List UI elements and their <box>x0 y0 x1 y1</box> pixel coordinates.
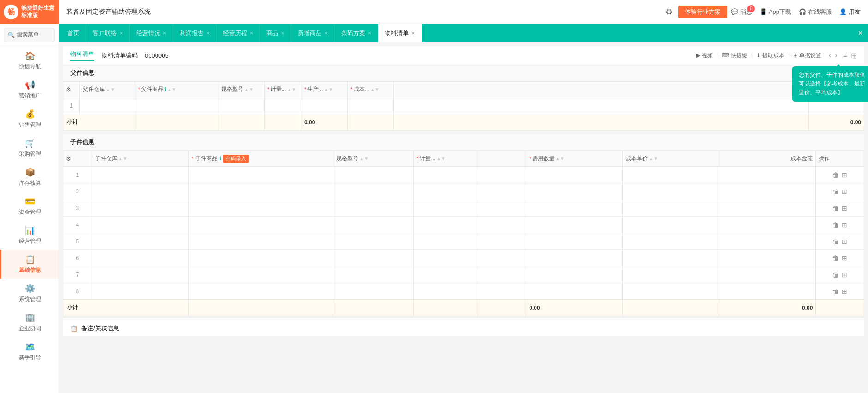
child-qty-cell[interactable] <box>526 200 623 217</box>
child-unit-cell[interactable] <box>414 183 478 200</box>
child-qty-cell[interactable] <box>526 233 623 250</box>
sidebar-item-marketing[interactable]: 📢 营销推广 <box>0 75 59 104</box>
delete-icon[interactable]: 🗑 <box>832 271 839 278</box>
child-warehouse-cell[interactable] <box>92 250 188 266</box>
child-warehouse-cell[interactable] <box>92 183 188 200</box>
child-product-cell[interactable] <box>188 183 333 200</box>
toolbar-grid-icon[interactable]: ≡ <box>843 51 847 60</box>
delete-icon[interactable]: 🗑 <box>832 238 839 245</box>
child-qty-cell[interactable] <box>526 217 623 233</box>
trial-button[interactable]: 体验行业方案 <box>678 6 727 18</box>
child-product-cell[interactable] <box>188 167 333 183</box>
delete-icon[interactable]: 🗑 <box>832 221 839 229</box>
child-unit-cell[interactable] <box>414 167 478 183</box>
tab-operation-history[interactable]: 经营历程 × <box>217 24 260 42</box>
copy-icon[interactable]: ⊞ <box>842 188 847 195</box>
copy-icon[interactable]: ⊞ <box>842 221 847 229</box>
tab-close-profit-report[interactable]: × <box>206 30 210 36</box>
sidebar-item-quick-nav[interactable]: 🏠 快捷导航 <box>0 46 59 75</box>
child-unit-cell[interactable] <box>414 283 478 300</box>
toolbar-nav-next[interactable]: › <box>835 51 837 60</box>
delete-icon[interactable]: 🗑 <box>832 188 839 195</box>
child-product-cell[interactable] <box>188 233 333 250</box>
copy-icon[interactable]: ⊞ <box>842 271 847 278</box>
child-unit-cost-cell[interactable] <box>623 250 719 266</box>
sidebar-item-purchase[interactable]: 🛒 采购管理 <box>0 133 59 163</box>
child-unit-cell[interactable] <box>414 217 478 233</box>
tab-close-add-goods[interactable]: × <box>325 30 328 36</box>
child-unit-cell[interactable] <box>414 250 478 266</box>
tab-profit-report[interactable]: 利润报告 × <box>173 24 217 42</box>
child-warehouse-cell[interactable] <box>92 283 188 300</box>
child-qty-cell[interactable] <box>526 167 623 183</box>
parent-col-settings[interactable]: ⚙ <box>63 82 80 97</box>
delete-icon[interactable]: 🗑 <box>832 288 839 295</box>
child-product-cell[interactable] <box>188 266 333 283</box>
child-unit-cost-cell[interactable] <box>623 283 719 300</box>
copy-icon[interactable]: ⊞ <box>842 254 847 262</box>
child-product-cell[interactable] <box>188 283 333 300</box>
child-col-settings[interactable]: ⚙ <box>63 151 92 167</box>
child-unit-cost-cell[interactable] <box>623 167 719 183</box>
child-qty-cell[interactable] <box>526 283 623 300</box>
tab-close-operation-history[interactable]: × <box>250 30 253 36</box>
shortcut-button[interactable]: ⌨ 快捷键 <box>722 52 747 60</box>
child-qty-cell[interactable] <box>526 266 623 283</box>
copy-icon[interactable]: ⊞ <box>842 288 847 295</box>
toolbar-nav-prev[interactable]: ‹ <box>829 51 831 60</box>
child-warehouse-cell[interactable] <box>92 167 188 183</box>
scan-badge[interactable]: 扫码录入 <box>223 155 249 163</box>
online-service-button[interactable]: 🎧 在线客服 <box>799 8 832 16</box>
tab-operation-status[interactable]: 经营情况 × <box>130 24 173 42</box>
close-all-tabs-button[interactable]: × <box>853 29 868 37</box>
view-button[interactable]: ▶ 视频 <box>696 52 713 60</box>
child-spec-cell[interactable] <box>333 200 414 217</box>
child-product-cell[interactable] <box>188 217 333 233</box>
child-unit-cell[interactable] <box>414 233 478 250</box>
toolbar-expand-icon[interactable]: ⊞ <box>851 51 857 60</box>
tab-close-customer[interactable]: × <box>120 30 123 36</box>
parent-product-cell[interactable] <box>135 97 218 114</box>
child-unit-cost-cell[interactable] <box>623 217 719 233</box>
tab-customer[interactable]: 客户联络 × <box>86 24 130 42</box>
parent-spec-cell[interactable] <box>218 97 265 114</box>
parent-unit-cell[interactable] <box>265 97 301 114</box>
child-warehouse-cell[interactable] <box>92 217 188 233</box>
copy-icon[interactable]: ⊞ <box>842 205 847 212</box>
sidebar-item-operation[interactable]: 📊 经营管理 <box>0 221 59 250</box>
delete-icon[interactable]: 🗑 <box>832 205 839 212</box>
child-warehouse-cell[interactable] <box>92 266 188 283</box>
gear-icon[interactable]: ⚙ <box>663 5 675 19</box>
child-spec-cell[interactable] <box>333 233 414 250</box>
tab-home[interactable]: 首页 <box>61 24 86 42</box>
child-spec-cell[interactable] <box>333 217 414 233</box>
child-spec-cell[interactable] <box>333 250 414 266</box>
child-spec-cell[interactable] <box>333 283 414 300</box>
child-unit-cell[interactable] <box>414 266 478 283</box>
sidebar-item-sales[interactable]: 💰 销售管理 <box>0 104 59 133</box>
sidebar-item-finance[interactable]: 💳 资金管理 <box>0 192 59 221</box>
app-download-button[interactable]: 📱 App下载 <box>760 8 791 16</box>
delete-icon[interactable]: 🗑 <box>832 171 839 179</box>
child-qty-cell[interactable] <box>526 250 623 266</box>
child-spec-cell[interactable] <box>333 167 414 183</box>
parent-cost-cell[interactable] <box>348 97 394 114</box>
child-unit-cell[interactable] <box>414 200 478 217</box>
user-info[interactable]: 👤 用友 <box>839 8 861 16</box>
delete-icon[interactable]: 🗑 <box>832 254 839 262</box>
parent-warehouse-cell[interactable] <box>80 97 135 114</box>
sidebar-item-guide[interactable]: 🗺️ 新手引导 <box>0 337 59 366</box>
tab-close-bom[interactable]: × <box>411 30 415 36</box>
child-spec-cell[interactable] <box>333 183 414 200</box>
child-qty-cell[interactable] <box>526 183 623 200</box>
child-unit-cost-cell[interactable] <box>623 266 719 283</box>
sidebar-item-system[interactable]: ⚙️ 系统管理 <box>0 279 59 308</box>
sidebar-item-basic-info[interactable]: 📋 基础信息 <box>0 250 59 279</box>
child-spec-cell[interactable] <box>333 266 414 283</box>
tab-add-goods[interactable]: 新增商品 × <box>291 24 335 42</box>
extract-cost-button[interactable]: ⬇ 提取成本 <box>756 52 784 60</box>
child-unit-cost-cell[interactable] <box>623 200 719 217</box>
tab-close-goods[interactable]: × <box>281 30 284 36</box>
sidebar-item-enterprise[interactable]: 🏢 企业协同 <box>0 308 59 337</box>
page-tab-bom-code[interactable]: 物料清单编码 <box>102 51 138 60</box>
